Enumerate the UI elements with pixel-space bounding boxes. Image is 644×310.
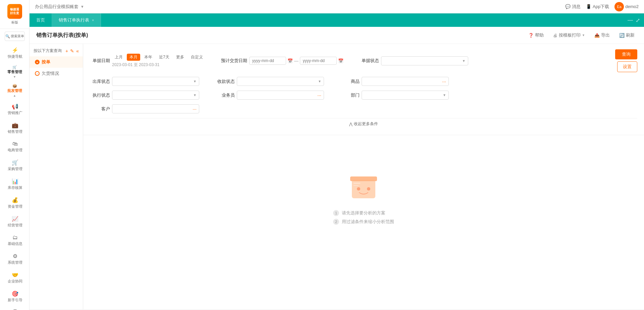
breadcrumb-arrow-icon[interactable]: ▾ (81, 4, 84, 9)
tab-bar-actions: — ⤢ (628, 17, 644, 23)
message-label: 消息 (572, 4, 581, 10)
goods-input[interactable] (362, 77, 449, 86)
date-btn-custom[interactable]: 自定义 (188, 54, 206, 61)
tab-close-icon[interactable]: × (92, 18, 94, 22)
guide-label: 新手引导 (8, 298, 22, 303)
receipt-status-group: 收款状态 ▼ (215, 77, 324, 86)
sidebar-item-cooperation[interactable]: 🤝 企业协同 (0, 268, 29, 287)
customer-more-icon[interactable]: ··· (193, 106, 197, 112)
dept-group: 部门 ▼ (339, 91, 449, 100)
sidebar-item-wholesale[interactable]: 📦 批发管理 ▲ (0, 81, 29, 100)
edit-scheme-icon[interactable]: ✎ (70, 48, 74, 54)
query-button[interactable]: 查询 (615, 49, 637, 59)
page-title: 销售订单执行表(按单) (36, 32, 88, 39)
marketing-icon: 📢 (12, 103, 18, 110)
date-btn-more[interactable]: 更多 (173, 54, 187, 61)
expected-date-label: 预计交货日期 (221, 58, 247, 64)
date-btn-7days[interactable]: 近7天 (156, 54, 172, 61)
ship-status-select[interactable] (112, 77, 199, 86)
receipt-status-select[interactable] (237, 77, 324, 86)
sidebar-item-ecommerce[interactable]: 🛍 电商管理 (0, 138, 29, 156)
sidebar-item-purchase[interactable]: 🛒 采购管理 (0, 156, 29, 175)
sidebar-item-retail[interactable]: 🛒 零售管理 ▼ (0, 62, 29, 81)
add-scheme-icon[interactable]: + (65, 48, 68, 54)
operations-icon: 📈 (12, 216, 18, 222)
left-panel-item-label-1: 欠货情况 (42, 70, 59, 76)
date-btn-last-month[interactable]: 上月 (112, 54, 125, 61)
ecommerce-icon: 🛍 (12, 141, 18, 147)
breadcrumb-text: 办公用品行业模拟账套 (35, 4, 78, 10)
wholesale-label: 批发管理 (7, 88, 22, 93)
sidebar-item-inventory[interactable]: 📊 库存核算 (0, 175, 29, 194)
collapse-row: ⋀ 收起更多条件 (90, 118, 637, 130)
tab-active[interactable]: 销售订单执行表 × (52, 13, 101, 27)
left-panel: 按以下方案查询 + ✎ « ● 按单 (30, 44, 83, 309)
filter-area: 单据日期 上月 本月 本年 近7天 更多 自定义 (83, 44, 644, 135)
tab-maximize-icon[interactable]: ⤢ (636, 17, 640, 23)
operations-label: 经营管理 (8, 223, 22, 228)
system-label: 系统管理 (8, 260, 22, 265)
inventory-label: 库存核算 (8, 185, 22, 190)
cooperation-label: 企业协同 (8, 279, 22, 284)
sidebar-item-finance[interactable]: 💰 资金管理 (0, 194, 29, 212)
finance-label: 资金管理 (8, 204, 22, 209)
collapse-panel-icon[interactable]: « (76, 48, 79, 54)
settings-button[interactable]: 设置 (617, 61, 637, 72)
page-content: 销售订单执行表(按单) ❓ 帮助 🖨 按模板打印 ▼ 📤 导出 (30, 27, 644, 310)
goods-more-icon[interactable]: ··· (442, 79, 446, 84)
sidebar-item-guide[interactable]: 🎯 新手引导 (0, 287, 29, 306)
exec-status-select[interactable] (112, 91, 199, 100)
sidebar-item-system[interactable]: ⚙ 系统管理 (0, 250, 29, 268)
date-btn-this-month[interactable]: 本月 (127, 54, 140, 61)
basic-info-icon: 🗂 (12, 235, 18, 241)
bill-status-select[interactable] (381, 56, 468, 65)
salesperson-input[interactable] (237, 91, 324, 100)
bill-status-group: 单据状态 ▼ (359, 56, 468, 65)
salesperson-more-icon[interactable]: ··· (317, 93, 321, 98)
tab-bar: 首页 销售订单执行表 × — ⤢ (30, 13, 644, 27)
calendar-start-icon[interactable]: 📅 (287, 58, 293, 63)
ship-status-group: 出库状态 ▼ (90, 77, 199, 86)
svg-rect-1 (350, 176, 377, 181)
message-button[interactable]: 💬 消息 (565, 4, 581, 10)
left-panel-item-by-order[interactable]: ● 按单 (30, 56, 83, 68)
inventory-icon: 📊 (12, 178, 18, 185)
tip-num-1: 1 (333, 210, 339, 216)
print-button[interactable]: 🖨 按模板打印 ▼ (550, 31, 588, 40)
tab-minimize-icon[interactable]: — (628, 17, 633, 23)
print-arrow-icon: ▼ (582, 34, 585, 37)
sidebar-item-quick-nav[interactable]: ⚡ 快捷导航 (0, 44, 29, 62)
sidebar-item-operations[interactable]: 📈 经营管理 (0, 212, 29, 231)
sidebar-item-marketing[interactable]: 📢 营销推广 (0, 100, 29, 119)
sidebar-item-sales[interactable]: 💼 销售管理 (0, 119, 29, 138)
help-label: 帮助 (535, 32, 544, 38)
collapse-button[interactable]: ⋀ 收起更多条件 (349, 121, 378, 127)
calendar-end-icon[interactable]: 📅 (338, 58, 343, 63)
app-logo: 畅捷通好生意 标版 (0, 0, 29, 29)
left-panel-title: 按以下方案查询 (34, 48, 62, 54)
customer-input[interactable] (112, 104, 199, 113)
user-profile-button[interactable]: Ea demo2 (614, 2, 639, 11)
app-download-icon: 📱 (586, 4, 591, 9)
date-range-display: 2023-03-01 至 2023-03-31 (112, 62, 206, 68)
sidebar-search-area[interactable]: 🔍 搜索菜单 (0, 29, 29, 44)
export-button[interactable]: 📤 导出 (592, 31, 612, 40)
right-actions: 查询 设置 (611, 49, 637, 72)
app-download-button[interactable]: 📱 App下载 (586, 4, 609, 10)
refresh-button[interactable]: 🔄 刷新 (616, 31, 637, 40)
left-panel-header: 按以下方案查询 + ✎ « (30, 48, 83, 56)
customer-label: 客户 (90, 106, 110, 112)
help-button[interactable]: ❓ 帮助 (526, 31, 546, 40)
sidebar-item-basic-info[interactable]: 🗂 基础信息 (0, 231, 29, 250)
dept-select[interactable] (362, 91, 449, 100)
sidebar-item-app-center[interactable]: 📱 应用中心 (0, 306, 29, 310)
date-start-input[interactable] (249, 57, 286, 65)
date-btn-this-year[interactable]: 本年 (142, 54, 155, 61)
marketing-label: 营销推广 (8, 110, 22, 115)
salesperson-label: 业务员 (215, 92, 235, 98)
tab-home[interactable]: 首页 (30, 13, 52, 27)
search-menu-button[interactable]: 🔍 搜索菜单 (5, 32, 25, 41)
item-dot-icon: ● (35, 60, 40, 64)
date-end-input[interactable] (300, 57, 337, 65)
left-panel-item-shortage[interactable]: ○ 欠货情况 (30, 68, 83, 79)
